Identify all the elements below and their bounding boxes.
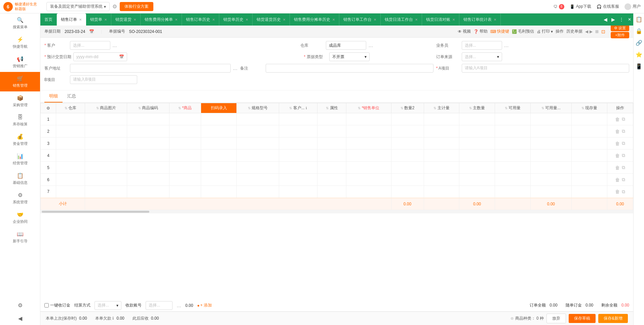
row-code[interactable] bbox=[127, 137, 169, 150]
one-click-input[interactable] bbox=[44, 303, 49, 308]
row-qty2[interactable] bbox=[391, 174, 424, 186]
scroll-bar[interactable] bbox=[40, 210, 633, 213]
row-main-qty[interactable] bbox=[459, 174, 495, 186]
delete-icon[interactable]: 🗑 bbox=[615, 129, 620, 134]
sidebar-item-10[interactable]: 🤝企业协同 bbox=[0, 208, 40, 228]
row-code[interactable] bbox=[127, 186, 169, 198]
row-code[interactable] bbox=[127, 113, 169, 125]
delete-icon[interactable]: 🗑 bbox=[615, 189, 620, 194]
row-product[interactable] bbox=[169, 174, 201, 186]
row-avail-qty2[interactable] bbox=[530, 162, 571, 174]
row-current-qty[interactable] bbox=[571, 186, 607, 198]
tab-prev-button[interactable]: ◀ bbox=[602, 17, 609, 22]
tab-item-7[interactable]: 销货退货历史✕ bbox=[253, 13, 290, 26]
row-warehouse[interactable] bbox=[56, 137, 85, 150]
profit-btn[interactable]: 💹 毛利预估 bbox=[512, 29, 534, 34]
row-avail-qty[interactable] bbox=[495, 113, 530, 125]
row-spec[interactable] bbox=[237, 125, 279, 137]
tab-close-all-button[interactable]: ✕ bbox=[626, 17, 633, 22]
tab-item-6[interactable]: 销货单历史✕ bbox=[219, 13, 253, 26]
tab-next-button[interactable]: ▶ bbox=[609, 17, 617, 22]
copy-icon[interactable]: ⧉ bbox=[622, 153, 625, 158]
col-qty2[interactable]: ⇅ 数量2 bbox=[391, 103, 424, 113]
row-warehouse[interactable] bbox=[56, 125, 85, 137]
tab-item-12[interactable]: 销售订单统计表✕ bbox=[459, 13, 501, 26]
col-unit[interactable]: ⇅ *销售单位 bbox=[346, 103, 391, 113]
row-customer-code[interactable] bbox=[279, 150, 317, 162]
app-download-item[interactable]: 📱 App下载 bbox=[570, 4, 591, 9]
row-image[interactable] bbox=[85, 150, 127, 162]
tab-close-7[interactable]: ✕ bbox=[283, 18, 286, 22]
tab-item-3[interactable]: 销货退货✕ bbox=[111, 13, 141, 26]
expand-icon[interactable]: ⊡ bbox=[601, 29, 605, 34]
delivery-date-input[interactable]: yyyy-mm-dd 📅 bbox=[73, 52, 127, 61]
row-avail-qty[interactable] bbox=[495, 162, 530, 174]
row-qty2[interactable] bbox=[391, 186, 424, 198]
row-warehouse[interactable] bbox=[56, 150, 85, 162]
tab-close-2[interactable]: ✕ bbox=[104, 18, 107, 22]
row-scan[interactable] bbox=[201, 137, 237, 150]
row-avail-qty[interactable] bbox=[495, 150, 530, 162]
row-attr[interactable] bbox=[317, 186, 346, 198]
history-btn[interactable]: 历史单据 bbox=[566, 29, 582, 34]
copy-icon[interactable]: ⧉ bbox=[622, 165, 625, 170]
phone-icon[interactable]: 📱 bbox=[636, 63, 642, 70]
col-avail-qty[interactable]: ⇅ 可用量 bbox=[495, 103, 530, 113]
row-avail-qty[interactable] bbox=[495, 174, 530, 186]
row-current-qty[interactable] bbox=[571, 162, 607, 174]
row-warehouse[interactable] bbox=[56, 174, 85, 186]
col-avail-qty2[interactable]: ⇅ 可用量... bbox=[530, 103, 571, 113]
tab-item-10[interactable]: 钱货日清工作台✕ bbox=[381, 13, 422, 26]
row-qty2[interactable] bbox=[391, 113, 424, 125]
nav-right-icon[interactable]: ▶ bbox=[590, 29, 593, 34]
customer-more-icon[interactable]: … bbox=[112, 43, 117, 48]
tab-close-5[interactable]: ✕ bbox=[212, 18, 215, 22]
delete-icon[interactable]: 🗑 bbox=[615, 141, 620, 146]
order-source-select[interactable]: 选择... ▾ bbox=[462, 52, 502, 61]
copy-icon[interactable]: ⧉ bbox=[622, 140, 625, 146]
sidebar-item-6[interactable]: 💰资金管理 bbox=[0, 130, 40, 150]
b-project-input[interactable]: 请输入B项目 bbox=[70, 75, 137, 84]
row-qty2[interactable] bbox=[391, 125, 424, 137]
row-code[interactable] bbox=[127, 125, 169, 137]
row-avail-qty[interactable] bbox=[495, 137, 530, 150]
account-more-icon[interactable]: … bbox=[177, 303, 181, 308]
row-customer-code[interactable] bbox=[279, 162, 317, 174]
row-main-unit[interactable] bbox=[424, 186, 459, 198]
sidebar-item-3[interactable]: 🛒销售管理 bbox=[0, 72, 40, 91]
help-btn[interactable]: ❓ 帮助 bbox=[473, 29, 488, 34]
copy-icon[interactable]: ⧉ bbox=[622, 116, 625, 122]
row-scan[interactable] bbox=[201, 162, 237, 174]
copy-icon[interactable]: ⧉ bbox=[622, 128, 625, 134]
row-code[interactable] bbox=[127, 174, 169, 186]
tab-close-3[interactable]: ✕ bbox=[134, 18, 136, 22]
row-image[interactable] bbox=[85, 113, 127, 125]
col-product[interactable]: ⇅ *商品 bbox=[169, 103, 201, 113]
delete-icon[interactable]: 🗑 bbox=[615, 153, 620, 158]
row-unit[interactable] bbox=[346, 162, 391, 174]
account-select[interactable]: 选择... bbox=[146, 301, 173, 310]
row-attr[interactable] bbox=[317, 125, 346, 137]
row-spec[interactable] bbox=[237, 137, 279, 150]
row-main-unit[interactable] bbox=[424, 113, 459, 125]
tab-close-9[interactable]: ✕ bbox=[374, 18, 376, 22]
salesperson-select[interactable]: 选择... bbox=[462, 41, 502, 50]
row-scan[interactable] bbox=[201, 174, 237, 186]
save-draft-button[interactable]: 保存草稿 bbox=[569, 314, 596, 323]
row-avail-qty[interactable] bbox=[495, 125, 530, 137]
row-main-qty[interactable] bbox=[459, 186, 495, 198]
row-image[interactable] bbox=[85, 174, 127, 186]
delete-icon[interactable]: 🗑 bbox=[615, 165, 620, 170]
row-attr[interactable] bbox=[317, 113, 346, 125]
row-qty2[interactable] bbox=[391, 162, 424, 174]
row-attr[interactable] bbox=[317, 162, 346, 174]
row-unit[interactable] bbox=[346, 113, 391, 125]
row-warehouse[interactable] bbox=[56, 162, 85, 174]
calendar-icon[interactable]: 📅 bbox=[89, 29, 94, 34]
ticket-select[interactable]: 不开票 ▾ bbox=[329, 52, 370, 61]
row-unit[interactable] bbox=[346, 186, 391, 198]
sidebar-item-settings[interactable]: ⚙ bbox=[0, 299, 40, 312]
row-main-qty[interactable] bbox=[459, 137, 495, 150]
tab-close-11[interactable]: ✕ bbox=[452, 18, 455, 22]
tab-detail[interactable]: 明细 bbox=[44, 90, 63, 103]
